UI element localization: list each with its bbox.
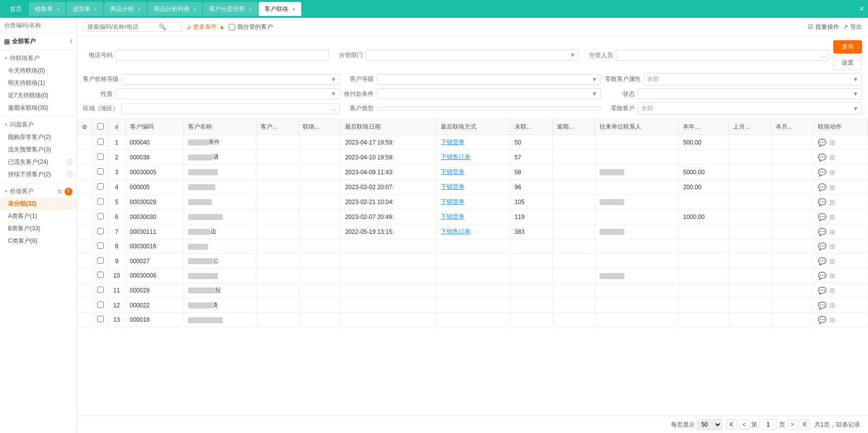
prev-page-btn[interactable]: < xyxy=(739,420,749,430)
grid-action-icon[interactable]: ⊞ xyxy=(829,183,835,191)
contact-method-link[interactable]: 下销货单 xyxy=(441,213,465,220)
message-icon[interactable]: 💬 xyxy=(818,228,826,236)
contact-method-link[interactable]: 下销售订单 xyxy=(441,228,470,235)
message-icon[interactable]: 💬 xyxy=(818,139,826,146)
row-checkbox[interactable] xyxy=(97,213,104,219)
contact-method-link[interactable]: 下销货单 xyxy=(441,168,465,175)
row-checkbox[interactable] xyxy=(97,168,104,175)
row-checkbox[interactable] xyxy=(97,257,104,264)
next-page-btn[interactable]: > xyxy=(787,420,798,430)
gender-select[interactable]: ▼ xyxy=(116,88,340,99)
dept-select[interactable]: ▼ xyxy=(366,50,579,61)
message-icon[interactable]: 💬 xyxy=(818,198,826,206)
tab-purchase[interactable]: 进货单 × xyxy=(67,2,103,16)
contact-method-link[interactable]: 下销售订单 xyxy=(441,153,470,160)
message-icon[interactable]: 💬 xyxy=(818,301,826,309)
row-checkbox[interactable] xyxy=(97,242,104,249)
message-icon[interactable]: 💬 xyxy=(818,257,826,265)
tab-sales[interactable]: 销售单 × xyxy=(29,2,66,16)
row-checkbox[interactable] xyxy=(97,228,104,234)
row-checkbox[interactable] xyxy=(97,301,104,308)
close-icon[interactable]: × xyxy=(292,6,295,12)
sidebar-item-ungrouped[interactable]: 未分组(32) xyxy=(0,198,76,210)
close-icon[interactable]: × xyxy=(138,6,141,12)
customer-type-select[interactable] xyxy=(377,107,601,111)
grid-action-icon[interactable]: ⊞ xyxy=(829,139,835,146)
my-customers-checkbox[interactable] xyxy=(229,24,235,30)
sidebar-item-class-c[interactable]: C类客户(6) xyxy=(0,235,76,247)
check-cell[interactable] xyxy=(93,224,108,239)
retail-attr-select[interactable]: 全部 ▼ xyxy=(644,73,862,85)
message-icon[interactable]: 💬 xyxy=(818,316,826,324)
message-icon[interactable]: 💬 xyxy=(818,242,826,250)
sidebar-item-churn-warning[interactable]: 流失预警客户(3) xyxy=(0,144,76,156)
grid-action-icon[interactable]: ⊞ xyxy=(829,257,835,265)
all-customers-section[interactable]: ⊞ 全部客户 《 xyxy=(0,33,76,48)
search-icon[interactable]: 🔍 xyxy=(159,23,166,30)
message-icon[interactable]: 💬 xyxy=(818,183,826,191)
check-cell[interactable] xyxy=(93,239,108,254)
sidebar-item-declining[interactable]: 持续下滑客户(2) ⓘ xyxy=(0,168,76,181)
check-cell[interactable] xyxy=(93,269,108,283)
tab-product-analysis[interactable]: 商品分析 × xyxy=(104,2,147,16)
row-checkbox[interactable] xyxy=(97,272,104,278)
row-checkbox[interactable] xyxy=(97,183,104,190)
check-cell[interactable] xyxy=(93,283,108,298)
reset-button[interactable]: 设置 xyxy=(833,56,862,70)
row-checkbox[interactable] xyxy=(97,316,104,322)
close-icon[interactable]: × xyxy=(194,6,197,12)
sidebar-item-7days-pending[interactable]: 近7天待联络(0) xyxy=(0,89,76,102)
row-checkbox[interactable] xyxy=(97,287,104,293)
status-select[interactable]: ▼ xyxy=(638,88,862,99)
collapse-icon[interactable]: 《 xyxy=(67,38,72,45)
sidebar-group-pending[interactable]: ▼ 待联络客户 xyxy=(0,52,76,65)
first-page-btn[interactable]: K xyxy=(726,420,737,430)
sidebar-search-input[interactable] xyxy=(4,22,77,29)
grid-action-icon[interactable]: ⊞ xyxy=(829,287,835,294)
page-size-select[interactable]: 50 20 100 xyxy=(697,419,722,430)
phone-input[interactable] xyxy=(116,50,329,61)
sidebar-item-tomorrow-pending[interactable]: 明天待联络(1) xyxy=(0,77,76,89)
row-checkbox[interactable] xyxy=(97,139,104,145)
search-input[interactable] xyxy=(87,23,157,30)
region-select[interactable]: … xyxy=(122,103,340,114)
message-icon[interactable]: 💬 xyxy=(818,272,826,280)
query-button[interactable]: 查询 xyxy=(833,40,862,54)
page-number-input[interactable] xyxy=(759,420,777,430)
last-page-btn[interactable]: K xyxy=(800,420,810,430)
sidebar-group-problem[interactable]: ▼ 问题客户 xyxy=(0,119,76,131)
message-icon[interactable]: 💬 xyxy=(818,153,826,161)
tab-product-analysis-list[interactable]: 商品分析列表 × xyxy=(148,2,202,16)
check-cell[interactable] xyxy=(93,150,108,165)
refresh-icon[interactable]: ↻ xyxy=(58,188,63,195)
close-icon[interactable]: × xyxy=(249,6,252,12)
sidebar-item-hoarding-anomaly[interactable]: 囤购异常客户(2) xyxy=(0,131,76,144)
message-icon[interactable]: 💬 xyxy=(818,168,826,176)
grid-action-icon[interactable]: ⊞ xyxy=(829,272,835,280)
retail-customer-select[interactable]: 全部 ▼ xyxy=(638,102,862,115)
grid-action-icon[interactable]: ⊞ xyxy=(829,228,835,236)
grid-action-icon[interactable]: ⊞ xyxy=(829,242,835,250)
more-filter-btn[interactable]: ⊿ 更多条件 ▲ xyxy=(186,23,225,31)
sidebar-item-today-pending[interactable]: 今天待联络(0) xyxy=(0,65,76,77)
tab-home[interactable]: 首页 xyxy=(4,2,28,16)
grid-action-icon[interactable]: ⊞ xyxy=(829,301,835,309)
close-icon[interactable]: × xyxy=(94,6,97,12)
contact-method-link[interactable]: 下销货单 xyxy=(441,183,465,190)
sidebar-item-class-b[interactable]: B类客户(33) xyxy=(0,222,76,235)
check-cell[interactable] xyxy=(93,195,108,210)
sidebar-item-churned[interactable]: 已流失客户(24) ⓘ xyxy=(0,156,76,168)
export-btn[interactable]: ↗ 导出 xyxy=(843,23,862,31)
check-cell[interactable] xyxy=(93,180,108,195)
manager-select[interactable]: … xyxy=(616,50,829,61)
contact-method-link[interactable]: 下销货单 xyxy=(441,139,465,145)
grid-action-icon[interactable]: ⊞ xyxy=(829,316,835,324)
check-cell[interactable] xyxy=(93,210,108,224)
my-customers-checkbox-wrap[interactable]: 我分管的客户 xyxy=(229,23,273,31)
price-level-select[interactable]: ▼ xyxy=(122,74,340,85)
col-gear[interactable]: ⚙ xyxy=(77,119,93,135)
contact-method-link[interactable]: 下销货单 xyxy=(441,198,465,205)
sidebar-group-value[interactable]: ▼ 价值客户 ↻ F xyxy=(0,185,76,198)
message-icon[interactable]: 💬 xyxy=(818,213,826,221)
close-icon[interactable]: × xyxy=(57,6,60,12)
